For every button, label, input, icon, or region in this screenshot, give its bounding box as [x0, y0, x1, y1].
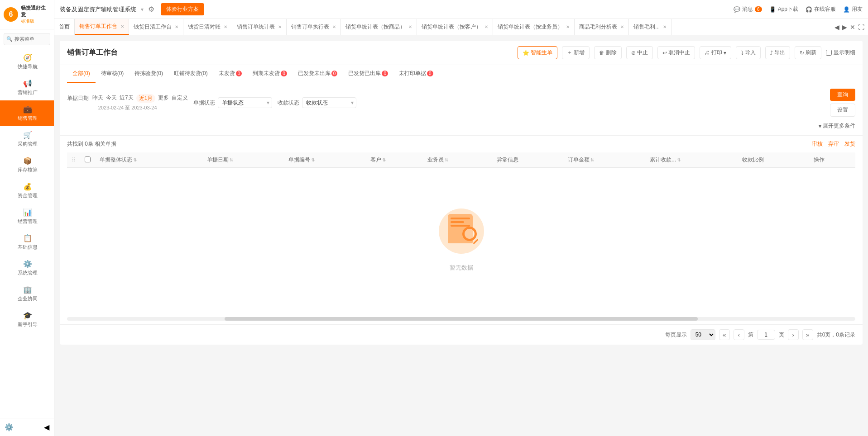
- filter-tab-unprinted[interactable]: 未打印单据0: [393, 65, 439, 83]
- tab-money-clear[interactable]: 钱货日清工作台 ✕: [129, 19, 183, 35]
- th-salesperson-sort[interactable]: 业务员 ⇅: [427, 156, 488, 164]
- query-button[interactable]: 查询: [830, 89, 855, 101]
- trial-button[interactable]: 体验行业方案: [161, 3, 204, 15]
- sidebar-item-operation-label: 经营管理: [18, 218, 38, 225]
- tab-sales-stat[interactable]: 销售订单统计表 ✕: [232, 19, 287, 35]
- collapse-icon[interactable]: ◀: [44, 423, 49, 431]
- next-page-button[interactable]: ›: [788, 329, 799, 340]
- th-cumulative-sort[interactable]: 累计收款... ⇅: [650, 156, 733, 164]
- tab-sales-order-close[interactable]: ✕: [120, 24, 124, 29]
- filter-tab-pending-check[interactable]: 待拣验货(0): [129, 65, 168, 83]
- tab-reconcile-close[interactable]: ✕: [224, 24, 227, 29]
- date-shortcut-more[interactable]: 更多: [158, 94, 169, 103]
- tab-customer-stat[interactable]: 销货单统计表（按客户） ✕: [417, 19, 493, 35]
- sidebar-item-system[interactable]: ⚙️ 系统管理: [0, 255, 54, 281]
- tab-sales-profit-close[interactable]: ✕: [663, 24, 667, 29]
- filter-tab-expired[interactable]: 到期未发货0: [247, 65, 293, 83]
- show-detail-checkbox[interactable]: [826, 50, 832, 56]
- print-button[interactable]: 🖨 打印 ▾: [700, 46, 731, 59]
- filter-tab-shipped-not-out[interactable]: 已发货未出库0: [293, 65, 343, 83]
- date-shortcut-1month[interactable]: 近1月: [136, 94, 156, 103]
- th-customer-sort[interactable]: 客户 ⇅: [370, 156, 418, 164]
- sidebar-item-inventory[interactable]: 📦 库存核算: [0, 152, 54, 178]
- tab-next-icon[interactable]: ▶: [842, 24, 847, 31]
- filter-tab-all[interactable]: 全部(0): [67, 65, 96, 83]
- last-page-button[interactable]: »: [802, 329, 813, 340]
- tab-sales-exec-close[interactable]: ✕: [332, 24, 336, 29]
- sidebar-item-marketing[interactable]: 📢 营销推广: [0, 75, 54, 100]
- filter-tab-unshipped[interactable]: 未发货0: [213, 65, 248, 83]
- topbar-gear-icon[interactable]: ⚙: [148, 5, 154, 14]
- tab-sales-profit[interactable]: 销售毛利... ✕: [629, 19, 671, 35]
- add-button[interactable]: ＋ 新增: [562, 46, 590, 59]
- filter-tab-wangpu[interactable]: 旺铺待发货(0): [168, 65, 213, 83]
- user-button[interactable]: 👤 用友: [843, 5, 863, 13]
- tab-home[interactable]: 首页: [54, 19, 75, 35]
- doc-line2: [451, 221, 464, 223]
- th-status-sort[interactable]: 单据整体状态 ⇅: [100, 156, 198, 164]
- scroll-thumb[interactable]: [225, 317, 698, 321]
- tab-profit-analysis[interactable]: 商品毛利分析表 ✕: [575, 19, 629, 35]
- tab-goods-stat[interactable]: 销货单统计表（按商品） ✕: [341, 19, 417, 35]
- show-detail-checkbox-label[interactable]: 显示明细: [826, 49, 855, 57]
- tab-goods-stat-close[interactable]: ✕: [408, 24, 412, 29]
- sidebar-item-finance[interactable]: 💰 资金管理: [0, 178, 54, 204]
- tab-profit-analysis-close[interactable]: ✕: [620, 24, 624, 29]
- scroll-area[interactable]: [60, 313, 863, 324]
- revoke-action[interactable]: 弃审: [828, 140, 839, 148]
- cancel-icon: ↩: [662, 50, 667, 56]
- topbar-dropdown-icon[interactable]: ▾: [141, 6, 144, 13]
- th-number-sort[interactable]: 单据编号 ⇅: [288, 156, 361, 164]
- message-button[interactable]: 💬 消息 6: [734, 5, 762, 13]
- tab-maximize-icon[interactable]: ⛶: [858, 24, 864, 31]
- date-shortcut-today[interactable]: 今天: [106, 94, 117, 103]
- set-button[interactable]: 设置: [830, 104, 855, 117]
- filter-tab-pending-audit[interactable]: 待审核(0): [96, 65, 129, 83]
- date-shortcut-7days[interactable]: 近7天: [120, 94, 134, 103]
- date-shortcut-yesterday[interactable]: 昨天: [92, 94, 103, 103]
- app-download-button[interactable]: 📱 App下载: [769, 5, 798, 13]
- search-menu-button[interactable]: 🔍 搜索菜单: [4, 33, 50, 45]
- sidebar-item-quick-nav[interactable]: 🧭 快捷导航: [0, 49, 54, 75]
- import-button[interactable]: ⤵ 导入: [736, 46, 761, 59]
- tab-sales-order[interactable]: 销售订单工作台 ✕: [75, 19, 129, 35]
- sidebar-item-corp[interactable]: 🏢 企业协同: [0, 281, 54, 307]
- tab-money-clear-close[interactable]: ✕: [175, 24, 178, 29]
- sidebar-item-purchase[interactable]: 🛒 采购管理: [0, 126, 54, 152]
- page-size-select[interactable]: 10 20 50 100: [691, 329, 715, 340]
- settings-icon[interactable]: ⚙️: [5, 423, 14, 431]
- stop-button[interactable]: ⊘ 中止: [626, 46, 653, 59]
- export-button[interactable]: ⤴ 导出: [765, 46, 790, 59]
- smart-create-button[interactable]: ⭐ 智能生单: [518, 46, 557, 59]
- tab-sales-stat-close[interactable]: ✕: [278, 24, 282, 29]
- tab-close-all-icon[interactable]: ✕: [850, 24, 855, 31]
- tab-reconcile[interactable]: 钱货日清对账 ✕: [183, 19, 232, 35]
- status-select[interactable]: 单据状态: [218, 97, 272, 108]
- payment-select[interactable]: 收款状态: [302, 97, 356, 108]
- tab-sales-profit-label: 销售毛利...: [633, 23, 660, 31]
- sidebar-item-guide[interactable]: 🎓 新手引导: [0, 307, 54, 332]
- page-number-input[interactable]: [757, 330, 775, 340]
- filter-tab-shipped-out[interactable]: 已发货已出库0: [343, 65, 393, 83]
- tab-sales-person-stat-close[interactable]: ✕: [566, 24, 570, 29]
- online-service-button[interactable]: 🎧 在线客服: [806, 5, 836, 13]
- sidebar-item-basic[interactable]: 📋 基础信息: [0, 229, 54, 255]
- tab-sales-exec[interactable]: 销售订单执行表 ✕: [287, 19, 341, 35]
- expand-conditions-button[interactable]: ▾ 展开更多条件: [819, 122, 855, 130]
- first-page-button[interactable]: «: [719, 329, 730, 340]
- th-amount-sort[interactable]: 订单金额 ⇅: [568, 156, 641, 164]
- tab-sales-person-stat[interactable]: 销货单统计表（按业务员） ✕: [493, 19, 575, 35]
- cancel-stop-button[interactable]: ↩ 取消中止: [657, 46, 695, 59]
- date-shortcut-custom[interactable]: 自定义: [172, 94, 188, 103]
- delete-button[interactable]: 🗑 删除: [594, 46, 622, 59]
- deliver-action[interactable]: 发货: [844, 140, 855, 148]
- select-all-checkbox[interactable]: [85, 156, 91, 162]
- sidebar-item-operation[interactable]: 📊 经营管理: [0, 204, 54, 229]
- prev-page-button[interactable]: ‹: [734, 329, 744, 340]
- tab-customer-stat-close[interactable]: ✕: [484, 24, 488, 29]
- audit-action[interactable]: 审核: [812, 140, 823, 148]
- tab-prev-icon[interactable]: ◀: [834, 24, 839, 31]
- th-date-sort[interactable]: 单据日期 ⇅: [207, 156, 280, 164]
- refresh-button[interactable]: ↻ 刷新: [795, 46, 821, 59]
- sidebar-item-sales[interactable]: 💼 销售管理: [0, 100, 54, 126]
